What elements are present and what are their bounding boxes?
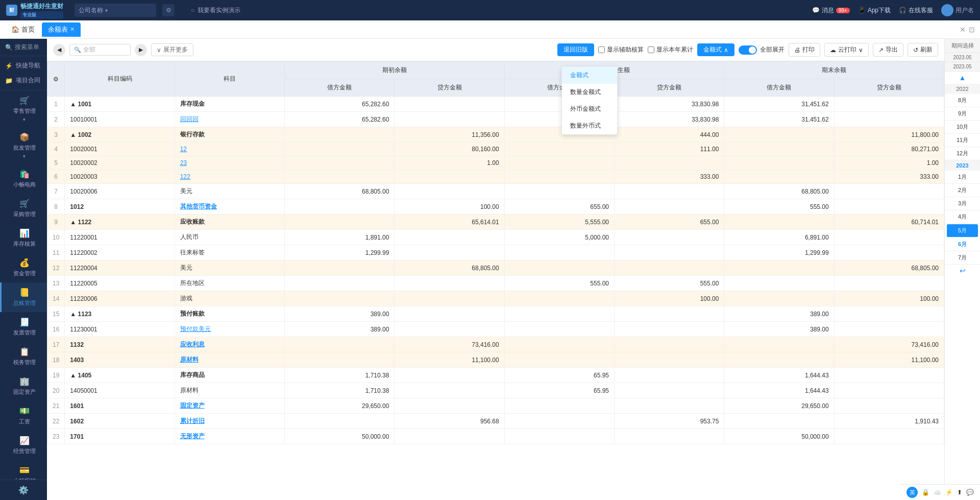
- table-row[interactable]: 20 14050001 原材料 1,710.38 65.95 1,644.43: [47, 383, 944, 398]
- lock-icon[interactable]: 🔒: [922, 489, 929, 496]
- table-row[interactable]: 17 1132 应收利息 73,416.00 73,416.00: [47, 337, 944, 352]
- sidebar-item-assets[interactable]: 🏢 固定资产: [0, 371, 47, 401]
- cell-subject[interactable]: 累计折旧: [175, 414, 284, 429]
- cell-subject[interactable]: 固定资产: [175, 398, 284, 414]
- cloud-icon[interactable]: ☁️: [934, 489, 941, 496]
- cell-subject[interactable]: 12: [175, 142, 284, 156]
- period-month-12[interactable]: 12月: [945, 147, 980, 160]
- table-row[interactable]: 18 1403 原材料 11,100.00 11,100.00: [47, 352, 944, 368]
- cell-subject[interactable]: 其他货币资金: [175, 199, 284, 215]
- table-row[interactable]: 9 ▲ 1122 应收账款 65,614.01 5,555.00 655.00 …: [47, 215, 944, 230]
- period-month-8[interactable]: 8月: [945, 94, 980, 107]
- period-scroll-up-btn[interactable]: ▲: [945, 72, 980, 84]
- refresh-btn[interactable]: ↺ 刷新: [908, 43, 938, 57]
- table-row[interactable]: 16 11230001 预付款美元 389.00 389.00: [47, 322, 944, 337]
- sidebar-item-ecommerce[interactable]: 🛍️ 小畅电商: [0, 164, 47, 194]
- sidebar-item-ledger[interactable]: 📒 总账管理: [0, 282, 47, 312]
- message-btn[interactable]: 💬 消息 99+: [812, 6, 850, 15]
- table-row[interactable]: 14 11220006 游戏 100.00 100.00: [47, 291, 944, 306]
- period-month-11[interactable]: 11月: [945, 134, 980, 147]
- period-month-9[interactable]: 9月: [945, 107, 980, 121]
- period-month-6[interactable]: 6月: [945, 238, 980, 251]
- period-month-7[interactable]: 7月: [945, 251, 980, 265]
- sidebar-item-projects[interactable]: 📁 项目合同: [0, 73, 47, 88]
- dropdown-item-qty-amount[interactable]: 数量金额式: [562, 84, 617, 101]
- print-btn[interactable]: 🖨 打印: [789, 43, 820, 57]
- cell-subject[interactable]: 无形资产: [175, 429, 284, 444]
- online-service-btn[interactable]: 🎧 在线客服: [899, 6, 933, 15]
- show-year-total-check[interactable]: 显示本年累计: [648, 45, 693, 54]
- sidebar-item-retail[interactable]: 🛒 零售管理 ▾: [0, 90, 47, 127]
- view-mode-btn[interactable]: 金额式 ∧: [697, 43, 734, 56]
- sidebar-item-management[interactable]: 📈 经营管理: [0, 431, 47, 460]
- sidebar-item-expense[interactable]: 💳 小畅报销: [0, 460, 47, 480]
- thunder-icon[interactable]: ⚡: [945, 489, 953, 496]
- dropdown-item-foreign-amount[interactable]: 外币金额式: [562, 101, 617, 117]
- app-download-btn[interactable]: 📱 App下载: [858, 6, 891, 15]
- table-row[interactable]: 4 10020001 12 80,160.00 111.00 80,271.00: [47, 142, 944, 156]
- toggle-control[interactable]: [739, 45, 757, 55]
- table-row[interactable]: 23 1701 无形资产 50,000.00 50,000.00: [47, 429, 944, 444]
- nav-back-btn[interactable]: ◀: [53, 44, 65, 56]
- table-row[interactable]: 5 10020002 23 1.00 1.00: [47, 156, 944, 170]
- sidebar-search-btn[interactable]: 🔍 搜索菜单: [0, 39, 47, 56]
- table-row[interactable]: 1 ▲ 1001 库存现金 65,282.60 33,830.98 31,451…: [47, 97, 944, 112]
- search-input-container[interactable]: 🔍 全部: [69, 44, 131, 56]
- tab-balance-sheet[interactable]: 余额表 ✕: [42, 22, 81, 37]
- sidebar-item-tax[interactable]: 📋 税务管理: [0, 342, 47, 371]
- translate-btn[interactable]: 英: [906, 487, 918, 498]
- sidebar-item-invoice[interactable]: 🧾 发票管理: [0, 312, 47, 342]
- sidebar-item-funds[interactable]: 💰 资金管理: [0, 253, 47, 282]
- dropdown-item-amount[interactable]: 金额式: [562, 67, 617, 84]
- tab-maximize[interactable]: ⊡: [969, 26, 975, 34]
- dropdown-item-qty-foreign[interactable]: 数量外币式: [562, 117, 617, 134]
- table-row[interactable]: 22 1602 累计折旧 956.68 953.75 1,910.43: [47, 414, 944, 429]
- export-btn[interactable]: ↗ 导出: [873, 43, 903, 57]
- balance-table-container[interactable]: ⚙ 科目编码 科目 期初余额 本期发生额 期末余额 借方金额 贷方金额 借方金额…: [47, 61, 944, 500]
- sidebar-item-shortcuts[interactable]: ⚡ 快捷导航: [0, 58, 47, 73]
- period-month-3[interactable]: 3月: [945, 197, 980, 210]
- table-row[interactable]: 7 10020006 美元 68,805.00 68,805.00: [47, 184, 944, 199]
- sidebar-settings-icon[interactable]: ⚙️: [18, 485, 29, 495]
- show-auxiliary-check[interactable]: 显示辅助核算: [598, 45, 644, 54]
- table-row[interactable]: 6 10020003 122 333.00 333.00: [47, 170, 944, 184]
- period-month-4[interactable]: 4月: [945, 210, 980, 224]
- tab-home[interactable]: 🏠 首页: [5, 22, 41, 37]
- company-dropdown[interactable]: 公司名称 ▾: [75, 4, 156, 17]
- table-row[interactable]: 12 11220004 美元 68,805.00 68,805.00: [47, 260, 944, 276]
- user-avatar[interactable]: 用户名: [941, 4, 974, 16]
- tab-close-window[interactable]: ✕: [960, 26, 966, 34]
- table-row[interactable]: 21 1601 固定资产 29,650.00 29,650.00: [47, 398, 944, 414]
- chat-icon[interactable]: 💬: [966, 489, 974, 496]
- sidebar-item-wholesale[interactable]: 📦 批发管理 ▾: [0, 127, 47, 164]
- period-scroll-down-btn[interactable]: ↩: [945, 265, 980, 277]
- cloud-print-btn[interactable]: ☁ 云打印 ∨: [824, 43, 869, 57]
- table-row[interactable]: 3 ▲ 1002 银行存款 11,356.00 444.00 11,800.00: [47, 127, 944, 142]
- tab-close-btn[interactable]: ✕: [70, 26, 75, 33]
- cloud-upload-icon[interactable]: ⬆: [957, 489, 962, 496]
- table-row[interactable]: 19 ▲ 1405 库存商品 1,710.38 65.95 1,644.43: [47, 368, 944, 383]
- th-gear[interactable]: ⚙: [47, 62, 65, 97]
- cell-subject[interactable]: 回回回: [175, 112, 284, 127]
- sidebar-item-payroll[interactable]: 💵 工资: [0, 401, 47, 431]
- table-row[interactable]: 13 11220005 所在地区 555.00 555.00: [47, 276, 944, 291]
- cell-subject[interactable]: 122: [175, 170, 284, 184]
- period-month-2[interactable]: 2月: [945, 184, 980, 197]
- table-row[interactable]: 8 1012 其他货币资金 100.00 655.00 555.00: [47, 199, 944, 215]
- table-row[interactable]: 10 11220001 人民币 1,891.00 5,000.00 6,891.…: [47, 230, 944, 245]
- cell-subject[interactable]: 应收利息: [175, 337, 284, 352]
- demo-link[interactable]: ○ 我要看实例演示: [181, 6, 806, 15]
- sidebar-item-inventory[interactable]: 📊 库存核算: [0, 223, 47, 253]
- expand-all-toggle[interactable]: 全部展开: [739, 45, 785, 55]
- expand-more-btn[interactable]: ∨ 展开更多: [151, 43, 193, 56]
- cell-subject[interactable]: 原材料: [175, 352, 284, 368]
- nav-forward-btn[interactable]: ▶: [135, 44, 147, 56]
- period-month-5[interactable]: 5月: [947, 224, 978, 237]
- settings-icon[interactable]: ⚙: [162, 4, 175, 16]
- sidebar-item-purchase[interactable]: 🛒 采购管理: [0, 194, 47, 223]
- table-row[interactable]: 11 11220002 往来标签 1,299.99 1,299.99: [47, 245, 944, 260]
- return-old-btn[interactable]: 退回旧版: [557, 43, 594, 56]
- table-row[interactable]: 2 10010001 回回回 65,282.60 33,830.98 31,45…: [47, 112, 944, 127]
- cell-subject[interactable]: 预付款美元: [175, 322, 284, 337]
- period-month-10[interactable]: 10月: [945, 121, 980, 134]
